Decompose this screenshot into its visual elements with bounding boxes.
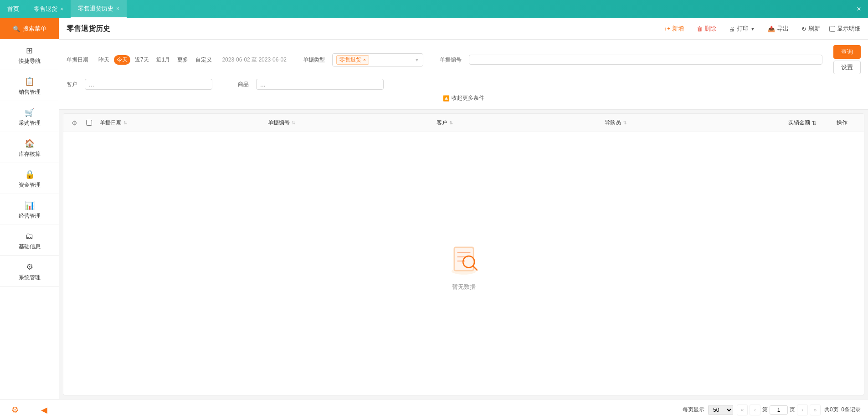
delete-button[interactable]: 🗑 删除: [693, 23, 720, 35]
filter-area: 单据日期 昨天 今天 近7天 近1月 更多 自定义 2023-06-02 至 2…: [59, 40, 868, 110]
table-select-all[interactable]: [82, 120, 96, 126]
top-bar: 首页 零售退货 × 零售退货历史 × ×: [0, 0, 868, 18]
page-size-label: 每页显示: [683, 406, 704, 414]
page-first-button[interactable]: «: [737, 405, 748, 415]
date-btn-more[interactable]: 更多: [175, 55, 191, 65]
window-close-button[interactable]: ×: [850, 0, 868, 18]
empty-text: 暂无数据: [452, 283, 476, 291]
empty-state: 暂无数据: [63, 132, 864, 395]
quick-nav-icon: ⊞: [26, 46, 33, 56]
export-button[interactable]: 📤 导出: [764, 23, 792, 35]
new-icon: +: [663, 26, 667, 32]
sort-amount-icon: ⇅: [812, 120, 817, 126]
page-next-button[interactable]: ›: [797, 405, 808, 415]
page-end-label: 页: [790, 406, 795, 414]
page-label: 第: [762, 406, 768, 414]
sidebar-item-finance[interactable]: 🔒 资金管理: [0, 163, 59, 194]
type-filter-select[interactable]: 零售退货 × ▼: [332, 53, 423, 67]
sidebar-item-purchase-mgmt[interactable]: 🛒 采购管理: [0, 101, 59, 132]
refresh-icon: ↻: [801, 26, 806, 32]
filter-row-1: 单据日期 昨天 今天 近7天 近1月 更多 自定义 2023-06-02 至 2…: [67, 45, 861, 74]
goods-dots: ...: [260, 81, 266, 88]
tab-close-retail-return[interactable]: ×: [60, 6, 63, 12]
page-last-button[interactable]: »: [810, 405, 821, 415]
tab-retail-return-history[interactable]: 零售退货历史 ×: [71, 0, 127, 18]
sidebar-item-inventory[interactable]: 🏠 库存核算: [0, 132, 59, 163]
collapse-sidebar-icon[interactable]: ◀: [41, 405, 47, 415]
query-btn-group: 查询 设置: [833, 45, 861, 74]
date-btn-today[interactable]: 今天: [114, 55, 130, 65]
sort-number-icon: ⇅: [292, 120, 295, 125]
th-customer[interactable]: 客户 ⇅: [433, 119, 601, 127]
export-icon: 📤: [768, 26, 775, 32]
sort-customer-icon: ⇅: [449, 120, 453, 125]
sidebar-search[interactable]: 🔍 搜索菜单: [0, 18, 59, 39]
goods-filter-select[interactable]: ...: [256, 79, 384, 90]
finance-icon: 🔒: [25, 169, 35, 179]
date-btn-yesterday[interactable]: 昨天: [96, 55, 112, 65]
table-column-settings[interactable]: ⚙: [67, 119, 82, 127]
basic-info-icon: 🗂: [26, 231, 34, 241]
date-filter-label: 单据日期: [67, 56, 88, 64]
query-button[interactable]: 查询: [833, 45, 861, 59]
main-layout: 🔍 搜索菜单 ⊞ 快捷导航 📋 销售管理 🛒 采购管理 🏠 库存核算 🔒: [0, 18, 868, 420]
collapse-button[interactable]: 🔼 收起更多条件: [443, 94, 484, 102]
header-actions: + + 新增 🗑 删除 🖨 打印 ▼ 📤 导出 ↻: [660, 23, 861, 35]
th-guide[interactable]: 导购员 ⇅: [601, 119, 769, 127]
total-info: 共0页, 0条记录: [824, 406, 861, 414]
inventory-icon: 🏠: [25, 138, 35, 149]
select-all-checkbox[interactable]: [86, 120, 92, 126]
system-mgmt-icon: ⚙: [26, 262, 33, 272]
date-range-display: 2023-06-02 至 2023-06-02: [222, 56, 286, 64]
tab-close-history[interactable]: ×: [116, 5, 119, 12]
date-btn-custom[interactable]: 自定义: [193, 55, 215, 65]
goods-filter-label: 商品: [238, 81, 249, 88]
date-btn-1month[interactable]: 近1月: [154, 55, 173, 65]
tab-home[interactable]: 首页: [0, 0, 26, 18]
sort-guide-icon: ⇅: [623, 120, 627, 125]
date-btn-7days[interactable]: 近7天: [132, 55, 152, 65]
print-button[interactable]: 🖨 打印 ▼: [725, 23, 759, 35]
refresh-button[interactable]: ↻ 刷新: [798, 23, 824, 35]
customer-filter-select[interactable]: ...: [85, 79, 212, 90]
sidebar-item-system-mgmt[interactable]: ⚙ 系统管理: [0, 256, 59, 287]
page-size-select[interactable]: 20 50 100: [708, 405, 733, 415]
print-dropdown-icon: ▼: [750, 26, 755, 31]
page-header: 零售退货历史 + + 新增 🗑 删除 🖨 打印 ▼ 📤 导出: [59, 18, 868, 40]
sidebar: 🔍 搜索菜单 ⊞ 快捷导航 📋 销售管理 🛒 采购管理 🏠 库存核算 🔒: [0, 18, 59, 420]
page-input[interactable]: [770, 405, 788, 415]
collapse-icon: 🔼: [443, 95, 450, 102]
type-tag-close[interactable]: ×: [363, 57, 366, 62]
table-header: ⚙ 单据日期 ⇅ 单据编号 ⇅ 客户 ⇅ 导购员 ⇅: [63, 114, 864, 132]
tab-retail-return[interactable]: 零售退货 ×: [26, 0, 71, 18]
sidebar-item-sales-mgmt[interactable]: 📋 销售管理: [0, 70, 59, 101]
content-area: 零售退货历史 + + 新增 🗑 删除 🖨 打印 ▼ 📤 导出: [59, 18, 868, 420]
display-detail-checkbox[interactable]: [829, 26, 835, 32]
date-filter-btns: 昨天 今天 近7天 近1月 更多 自定义: [96, 55, 215, 65]
sidebar-item-basic-info[interactable]: 🗂 基础信息: [0, 225, 59, 256]
collapse-row: 🔼 收起更多条件: [67, 94, 861, 106]
page-nav: « ‹ 第 页 › »: [737, 405, 821, 415]
delete-icon: 🗑: [697, 26, 703, 32]
filter-settings-button[interactable]: 设置: [833, 61, 861, 74]
settings-bottom-icon[interactable]: ⚙: [11, 405, 19, 415]
type-tag: 零售退货 ×: [336, 55, 369, 65]
empty-illustration: [443, 236, 484, 277]
display-switch: 显示明细: [829, 25, 861, 33]
customer-dots: ...: [89, 81, 94, 88]
filter-row-2: 客户 ... 商品 ...: [67, 79, 861, 90]
th-amount[interactable]: 实销金额 ⇅: [769, 119, 824, 127]
table-container: ⚙ 单据日期 ⇅ 单据编号 ⇅ 客户 ⇅ 导购员 ⇅: [63, 113, 864, 395]
new-button[interactable]: + + 新增: [660, 23, 688, 35]
sidebar-bottom: ⚙ ◀: [0, 399, 59, 420]
svg-point-8: [465, 258, 472, 265]
page-prev-button[interactable]: ‹: [750, 405, 760, 415]
th-number[interactable]: 单据编号 ⇅: [264, 119, 432, 127]
sidebar-item-quick-nav[interactable]: ⊞ 快捷导航: [0, 39, 59, 70]
sales-mgmt-icon: 📋: [25, 77, 35, 87]
number-filter-input[interactable]: [469, 55, 822, 65]
th-date[interactable]: 单据日期 ⇅: [96, 119, 264, 127]
type-filter-label: 单据类型: [303, 56, 325, 64]
sidebar-item-business-mgmt[interactable]: 📊 经营管理: [0, 194, 59, 225]
type-dropdown-icon: ▼: [415, 57, 419, 62]
